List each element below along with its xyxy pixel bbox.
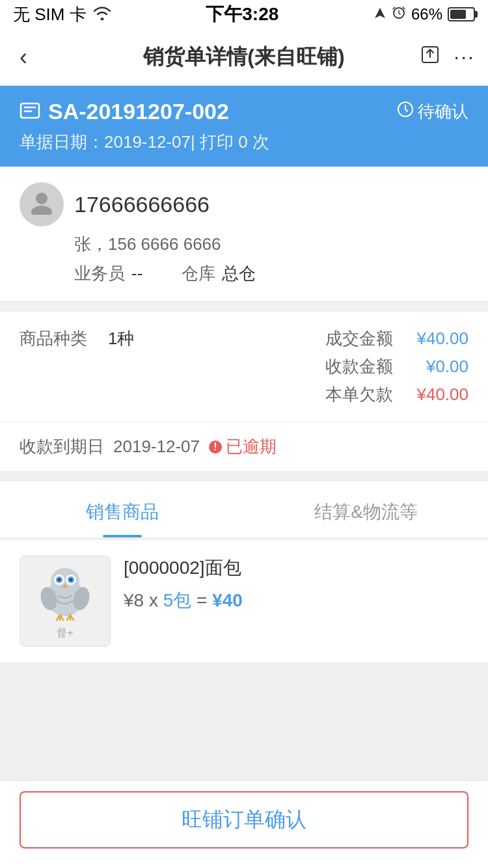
summary-right: 成交金额 ¥40.00 收款金额 ¥0.00 本单欠款 ¥40.00 [315, 327, 468, 406]
tab-settlement[interactable]: 结算&物流等 [244, 481, 488, 537]
tab-sales-product[interactable]: 销售商品 [0, 481, 244, 537]
svg-point-12 [58, 578, 61, 581]
product-info: [0000002]面包 ¥8 x 5包 = ¥40 [124, 556, 468, 613]
status-right: 66% [373, 5, 475, 23]
nav-right-actions: ··· [420, 44, 475, 70]
confirm-order-button[interactable]: 旺铺订单确认 [20, 791, 468, 848]
nav-bar: ‹ 销货单详情(来自旺铺) ··· [0, 29, 488, 86]
amount-row-1: 收款金额 ¥0.00 [315, 355, 468, 378]
status-bar: 无 SIM 卡 下午3:28 66% [0, 0, 488, 29]
order-status: 待确认 [397, 100, 468, 123]
product-thumb-text: 督+ [57, 627, 73, 640]
due-date-section: 收款到期日 2019-12-07 ! 已逾期 [0, 422, 488, 471]
customer-meta: 业务员 -- 仓库 总仓 [74, 262, 468, 285]
customer-phone: 17666666666 [74, 192, 210, 217]
overdue-badge: ! 已逾期 [209, 435, 277, 458]
status-left: 无 SIM 卡 [13, 3, 111, 26]
tabs-row: 销售商品 结算&物流等 [0, 481, 488, 537]
summary-section: 商品种类 1种 成交金额 ¥40.00 收款金额 ¥0.00 本单欠款 ¥40.… [0, 312, 488, 422]
page-title: 销货单详情(来自旺铺) [143, 43, 344, 72]
due-date-value: 2019-12-07 [113, 437, 200, 457]
alarm-icon [392, 5, 406, 23]
svg-point-4 [36, 193, 47, 204]
product-section: 督+ [0000002]面包 ¥8 x 5包 = ¥40 [0, 540, 488, 662]
order-number: SA-20191207-002 [20, 99, 229, 124]
battery-icon [448, 7, 475, 21]
product-item: 督+ [0000002]面包 ¥8 x 5包 = ¥40 [20, 556, 468, 647]
product-thumb-icon: 督+ [36, 563, 94, 640]
overdue-icon: ! [209, 441, 222, 454]
amount-row-0: 成交金额 ¥40.00 [315, 327, 468, 350]
wifi-icon [93, 5, 111, 25]
order-header-card: SA-20191207-002 待确认 单据日期：2019-12-07| 打印 … [0, 86, 488, 167]
svg-point-13 [70, 578, 72, 581]
status-time: 下午3:28 [206, 2, 278, 27]
section-divider-1 [0, 301, 488, 312]
battery-percent: 66% [411, 5, 442, 23]
tabs-container: 销售商品 结算&物流等 [0, 481, 488, 539]
warehouse-item: 仓库 总仓 [182, 262, 256, 285]
back-button[interactable]: ‹ [13, 39, 34, 75]
status-clock-icon [397, 101, 414, 122]
product-type-row: 商品种类 1种 [20, 327, 134, 350]
product-thumbnail: 督+ [20, 556, 111, 647]
product-price: ¥8 x 5包 = ¥40 [124, 588, 468, 613]
bottom-bar: 旺铺订单确认 [0, 780, 488, 868]
navigation-icon [373, 5, 386, 23]
customer-row: 17666666666 [20, 182, 468, 226]
product-name: [0000002]面包 [124, 556, 468, 580]
amount-row-2: 本单欠款 ¥40.00 [315, 383, 468, 406]
customer-name-phone: 张，156 6666 6666 [74, 233, 468, 256]
summary-left: 商品种类 1种 [20, 327, 134, 350]
svg-point-5 [31, 206, 52, 215]
order-icon [20, 99, 42, 124]
due-date-label: 收款到期日 [20, 435, 104, 458]
salesman-item: 业务员 -- [74, 262, 142, 285]
more-icon[interactable]: ··· [454, 45, 475, 69]
order-date: 单据日期：2019-12-07| 打印 0 次 [20, 131, 468, 154]
share-icon[interactable] [420, 44, 441, 70]
avatar-icon [29, 189, 55, 221]
carrier-text: 无 SIM 卡 [13, 3, 87, 26]
overdue-text: 已逾期 [226, 435, 277, 458]
customer-section: 17666666666 张，156 6666 6666 业务员 -- 仓库 总仓 [0, 167, 488, 301]
avatar [20, 182, 64, 226]
